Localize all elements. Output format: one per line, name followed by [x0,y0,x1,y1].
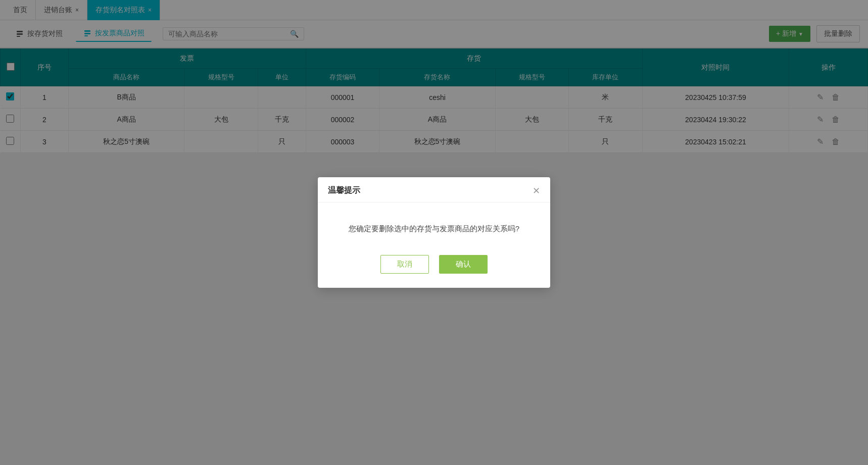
dialog-overlay: 温馨提示 ✕ 您确定要删除选中的存货与发票商品的对应关系吗? 取消 确认 [0,0,868,153]
